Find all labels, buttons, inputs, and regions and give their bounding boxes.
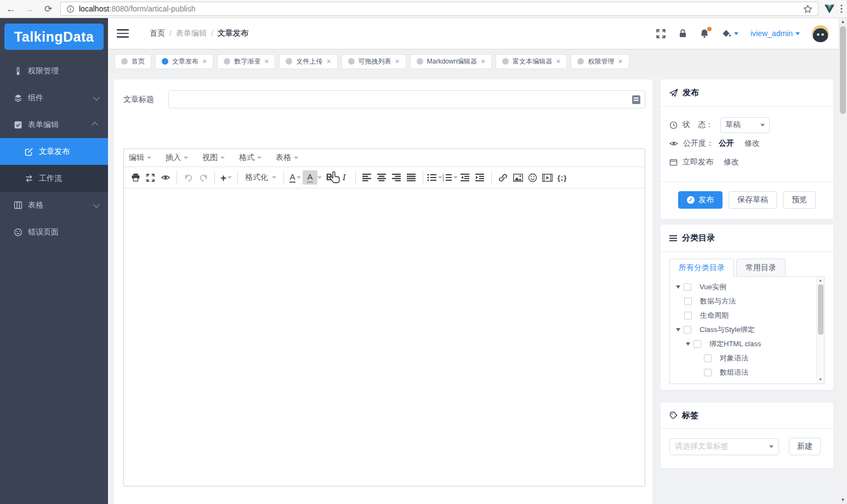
close-icon[interactable]: × bbox=[618, 58, 622, 65]
bold-button[interactable]: B bbox=[322, 170, 337, 185]
notifications-bell-icon[interactable] bbox=[700, 28, 709, 38]
menu-table[interactable]: 表格 bbox=[276, 153, 298, 163]
expander-icon[interactable] bbox=[686, 342, 690, 346]
tab-digit-gradient[interactable]: 数字渐变× bbox=[217, 54, 275, 69]
outdent-icon[interactable] bbox=[458, 170, 473, 185]
text-color-button[interactable]: A bbox=[288, 170, 303, 185]
fullscreen-icon[interactable] bbox=[656, 28, 666, 39]
tree-item[interactable]: 数组语法 bbox=[670, 365, 824, 380]
tree-item[interactable]: Vue实例 bbox=[670, 280, 824, 294]
page-scrollbar[interactable]: ▲ ▼ bbox=[839, 18, 847, 504]
tree-item[interactable]: Class与Style绑定 bbox=[670, 323, 824, 337]
close-icon[interactable]: × bbox=[264, 58, 269, 65]
checkbox[interactable] bbox=[684, 326, 691, 334]
article-title-input[interactable] bbox=[173, 95, 632, 104]
redo-icon[interactable] bbox=[196, 170, 211, 185]
browser-menu-icon[interactable] bbox=[840, 4, 843, 13]
close-icon[interactable]: × bbox=[202, 58, 207, 65]
checkbox[interactable] bbox=[693, 340, 701, 348]
new-tag-button[interactable]: 新建 bbox=[789, 438, 821, 455]
sidebar-item-permission[interactable]: 权限管理 bbox=[0, 58, 108, 84]
scroll-up-icon[interactable]: ▲ bbox=[817, 277, 824, 284]
browser-reload-button[interactable]: ⟳ bbox=[42, 4, 55, 14]
close-icon[interactable]: × bbox=[556, 58, 560, 65]
status-select[interactable]: 草稿 bbox=[720, 117, 770, 133]
close-icon[interactable]: × bbox=[481, 58, 485, 65]
checkbox[interactable] bbox=[704, 354, 712, 362]
schedule-modify-link[interactable]: 修改 bbox=[724, 157, 739, 167]
print-icon[interactable] bbox=[128, 170, 143, 185]
insert-emoji-icon[interactable] bbox=[525, 170, 540, 185]
lock-icon[interactable] bbox=[678, 28, 687, 38]
user-menu[interactable]: iview_admin bbox=[751, 29, 800, 38]
sidebar-item-table[interactable]: 表格 bbox=[0, 192, 108, 219]
scroll-up-icon[interactable]: ▲ bbox=[839, 18, 847, 26]
checkbox[interactable] bbox=[704, 369, 712, 376]
checkbox[interactable] bbox=[684, 297, 692, 305]
sidebar-item-workflow[interactable]: 工作流 bbox=[0, 165, 108, 192]
breadcrumb-home[interactable]: 首页 bbox=[150, 28, 165, 38]
fullscreen-toggle-icon[interactable] bbox=[143, 170, 158, 185]
align-justify-icon[interactable] bbox=[404, 170, 419, 185]
browser-back-button[interactable]: ← bbox=[4, 4, 18, 14]
indent-icon[interactable] bbox=[473, 170, 487, 185]
bookmark-star-icon[interactable] bbox=[803, 4, 812, 14]
menu-format[interactable]: 格式 bbox=[239, 153, 262, 163]
tab-richtext-editor[interactable]: 富文本编辑器× bbox=[496, 54, 567, 69]
tab-all-categories[interactable]: 所有分类目录 bbox=[669, 259, 734, 277]
tab-permission[interactable]: 权限管理× bbox=[571, 54, 629, 69]
insert-image-icon[interactable] bbox=[510, 170, 525, 185]
vue-devtools-icon[interactable] bbox=[824, 4, 835, 14]
scroll-down-icon[interactable]: ▼ bbox=[839, 496, 847, 504]
publish-button[interactable]: ✓ 发布 bbox=[678, 191, 723, 209]
save-draft-button[interactable]: 保存草稿 bbox=[729, 191, 777, 209]
align-left-icon[interactable] bbox=[360, 170, 374, 185]
tab-common-categories[interactable]: 常用目录 bbox=[736, 259, 786, 277]
undo-icon[interactable] bbox=[181, 170, 196, 185]
menu-edit[interactable]: 编辑 bbox=[129, 153, 151, 163]
insert-link-icon[interactable] bbox=[496, 170, 510, 185]
tab-markdown-editor[interactable]: Markdown编辑器× bbox=[410, 54, 492, 69]
insert-plus-icon[interactable]: + bbox=[219, 170, 234, 185]
italic-button[interactable]: I bbox=[337, 170, 351, 185]
tree-item[interactable]: 生命周期 bbox=[670, 308, 824, 323]
preview-button[interactable]: 预览 bbox=[783, 191, 816, 209]
tab-file-upload[interactable]: 文件上传× bbox=[279, 54, 337, 69]
url-bar[interactable]: localhost:8080/form/artical-publish bbox=[60, 2, 818, 16]
scroll-down-icon[interactable]: ▼ bbox=[817, 376, 824, 383]
tree-item[interactable]: 数据与方法 bbox=[670, 294, 824, 308]
sidebar-item-error-pages[interactable]: 错误页面 bbox=[0, 219, 108, 245]
avatar[interactable] bbox=[812, 25, 829, 42]
breadcrumb-section[interactable]: 表单编辑 bbox=[176, 28, 207, 38]
page-info-icon[interactable] bbox=[66, 5, 75, 13]
tree-item[interactable]: 绑定HTML class bbox=[670, 337, 824, 351]
insert-media-icon[interactable] bbox=[540, 170, 555, 185]
numbered-list-icon[interactable]: 123 bbox=[442, 170, 458, 185]
tag-select[interactable]: 请选择文章标签 bbox=[669, 438, 779, 455]
browser-forward-button[interactable]: → bbox=[23, 4, 36, 14]
close-icon[interactable]: × bbox=[326, 58, 331, 65]
tree-scrollbar-thumb[interactable] bbox=[818, 284, 823, 335]
app-logo[interactable]: TalkingData bbox=[4, 24, 104, 50]
collapse-menu-icon[interactable] bbox=[117, 29, 129, 38]
visibility-modify-link[interactable]: 修改 bbox=[744, 139, 760, 148]
tab-article-publish[interactable]: 文章发布× bbox=[155, 54, 213, 69]
formats-dropdown[interactable]: 格式化 bbox=[242, 170, 280, 185]
align-center-icon[interactable] bbox=[374, 170, 389, 185]
menu-view[interactable]: 视图 bbox=[202, 153, 225, 163]
highlight-color-button[interactable]: A bbox=[303, 170, 317, 185]
title-input-icon[interactable] bbox=[632, 95, 640, 104]
preview-eye-icon[interactable] bbox=[158, 170, 173, 185]
sidebar-item-form-edit[interactable]: 表单编辑 bbox=[0, 111, 108, 138]
editor-content-area[interactable] bbox=[124, 188, 645, 486]
tab-draggable-list[interactable]: 可拖拽列表× bbox=[342, 54, 406, 69]
checkbox[interactable] bbox=[684, 283, 691, 291]
tab-home[interactable]: 首页 bbox=[115, 54, 151, 69]
tree-item[interactable]: 对象语法 bbox=[670, 351, 824, 365]
expander-icon[interactable] bbox=[676, 285, 680, 289]
close-icon[interactable]: × bbox=[395, 58, 400, 65]
expander-icon[interactable] bbox=[676, 328, 680, 331]
sidebar-item-components[interactable]: 组件 bbox=[0, 84, 108, 111]
checkbox[interactable] bbox=[684, 312, 692, 319]
code-sample-icon[interactable]: {;} bbox=[555, 170, 570, 185]
